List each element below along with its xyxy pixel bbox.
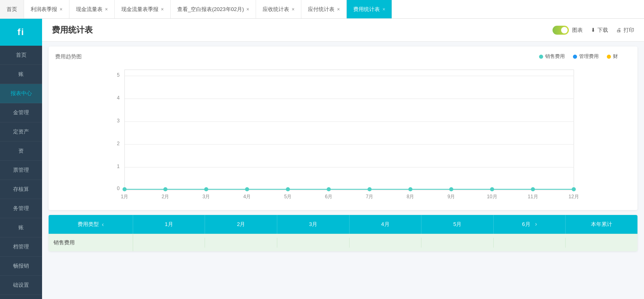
sidebar: fi 首页 账 报表中心 金管理 定资产 资 票管理 存核算 务管理 账 [0, 19, 42, 299]
table-cell-total [566, 238, 637, 248]
legend-label-management: 管理费用 [579, 53, 599, 60]
sidebar-item-inventory[interactable]: 存核算 [0, 180, 42, 199]
svg-text:9月: 9月 [448, 194, 455, 199]
legend-finance: 财 [607, 53, 618, 60]
svg-text:5: 5 [117, 72, 120, 78]
table-header-type: 费用类型 ‹ [49, 215, 133, 234]
sidebar-item-sub-account[interactable]: 账 [0, 218, 42, 237]
tab-payable[interactable]: 应付统计表 × [301, 0, 347, 18]
legend-management: 管理费用 [573, 53, 599, 60]
chart-section: 费用趋势图 销售费用 管理费用 财 [49, 47, 637, 210]
legend-label-sales: 销售费用 [545, 53, 565, 60]
svg-point-22 [490, 187, 494, 191]
sidebar-item-fixed-assets[interactable]: 定资产 [0, 122, 42, 142]
nav-prev-arrow[interactable]: ‹ [102, 221, 104, 228]
tab-cashflow[interactable]: 现金流量表 × [69, 0, 115, 18]
header-actions: 图表 ⬇ 下载 🖨 打印 [553, 26, 634, 35]
chart-toggle-group[interactable]: 图表 [553, 26, 583, 35]
svg-text:4: 4 [117, 95, 120, 101]
sidebar-item-service-management[interactable]: 务管理 [0, 199, 42, 218]
svg-rect-12 [125, 70, 574, 190]
legend-sales: 销售费用 [539, 53, 565, 60]
table-cell-m6 [494, 238, 566, 248]
svg-text:5月: 5月 [284, 194, 292, 199]
svg-point-13 [123, 187, 127, 191]
tab-blank-report[interactable]: 查看_空白报表(2023年02月) × [171, 0, 256, 18]
table-row: 销售费用 [49, 234, 637, 251]
tab-close-receivable[interactable]: × [292, 7, 294, 12]
sidebar-item-fund-management[interactable]: 金管理 [0, 103, 42, 122]
svg-text:1月: 1月 [121, 194, 129, 199]
chart-container: 5 4 3 2 1 0 [55, 64, 631, 204]
sidebar-item-file-management[interactable]: 档管理 [0, 237, 42, 257]
table-header-row: 费用类型 ‹ 1月 2月 3月 4月 5月 [49, 215, 637, 234]
table-header-month-3: 3月 [277, 215, 350, 234]
svg-point-15 [204, 187, 208, 191]
svg-text:0: 0 [117, 186, 120, 191]
svg-text:4月: 4月 [243, 194, 251, 199]
print-button[interactable]: 🖨 打印 [616, 27, 634, 34]
svg-point-16 [245, 187, 249, 191]
table-header-total: 本年累计 [566, 215, 637, 234]
svg-text:11月: 11月 [528, 194, 538, 199]
page-header: 费用统计表 图表 ⬇ 下载 🖨 打印 [42, 19, 644, 42]
table-cell-type: 销售费用 [49, 234, 133, 251]
svg-text:1: 1 [117, 164, 120, 169]
svg-point-20 [408, 187, 412, 191]
logo: fi [0, 19, 42, 46]
content-area: 费用统计表 图表 ⬇ 下载 🖨 打印 费用趋势图 [42, 19, 644, 299]
svg-point-23 [531, 187, 535, 191]
trend-chart: 5 4 3 2 1 0 [55, 64, 631, 202]
table-header-month-1: 1月 [133, 215, 205, 234]
svg-point-14 [163, 187, 167, 191]
nav-next-arrow[interactable]: › [535, 221, 537, 227]
tab-close-payable[interactable]: × [337, 7, 340, 12]
svg-text:8月: 8月 [407, 194, 414, 199]
table-header-month-2: 2月 [205, 215, 277, 234]
tab-expense[interactable]: 费用统计表 × [347, 0, 392, 18]
legend-dot-finance [607, 55, 611, 59]
svg-point-18 [327, 187, 331, 191]
svg-point-24 [572, 187, 576, 191]
svg-point-19 [368, 187, 372, 191]
download-button[interactable]: ⬇ 下载 [591, 27, 608, 34]
sidebar-item-report-center[interactable]: 报表中心 [0, 84, 42, 103]
svg-point-17 [286, 187, 290, 191]
tab-close-cashflow-quarterly[interactable]: × [161, 7, 164, 12]
sidebar-item-sales-return[interactable]: 畅报销 [0, 257, 42, 276]
sidebar-item-ticket-management[interactable]: 票管理 [0, 161, 42, 180]
chart-legend: 销售费用 管理费用 财 [539, 53, 618, 60]
sidebar-item-home[interactable]: 首页 [0, 46, 42, 65]
svg-text:3月: 3月 [203, 194, 210, 199]
legend-label-finance: 财 [613, 53, 618, 60]
svg-text:2: 2 [117, 141, 120, 146]
tab-profit-quarterly[interactable]: 利润表季报 × [24, 0, 69, 18]
tab-close-cashflow[interactable]: × [105, 7, 108, 12]
svg-point-21 [449, 187, 453, 191]
svg-text:12月: 12月 [568, 194, 579, 199]
svg-text:7月: 7月 [366, 194, 374, 199]
tab-close-profit-quarterly[interactable]: × [60, 7, 62, 12]
svg-text:3: 3 [117, 118, 120, 124]
sidebar-item-account[interactable]: 账 [0, 65, 42, 84]
tab-cashflow-quarterly[interactable]: 现金流量表季报 × [115, 0, 171, 18]
tab-close-expense[interactable]: × [382, 7, 385, 12]
sidebar-item-base-settings[interactable]: 础设置 [0, 276, 42, 295]
svg-text:2月: 2月 [162, 194, 169, 199]
table-header-month-4: 4月 [350, 215, 422, 234]
print-icon: 🖨 [616, 27, 622, 33]
page-title: 费用统计表 [52, 24, 93, 35]
tab-home[interactable]: 首页 [0, 0, 24, 18]
tab-close-blank-report[interactable]: × [246, 7, 249, 12]
main-layout: fi 首页 账 报表中心 金管理 定资产 资 票管理 存核算 务管理 账 [0, 19, 644, 299]
chart-toggle[interactable] [553, 26, 569, 35]
table-cell-m2 [205, 238, 277, 248]
table-header-month-5: 5月 [421, 215, 494, 234]
tab-receivable[interactable]: 应收统计表 × [256, 0, 301, 18]
legend-dot-management [573, 55, 577, 59]
table-cell-m1 [133, 238, 205, 248]
svg-text:10月: 10月 [487, 194, 497, 199]
tab-bar: 首页 利润表季报 × 现金流量表 × 现金流量表季报 × 查看_空白报表(202… [0, 0, 644, 19]
table-cell-m5 [421, 238, 494, 248]
sidebar-item-capital[interactable]: 资 [0, 142, 42, 161]
